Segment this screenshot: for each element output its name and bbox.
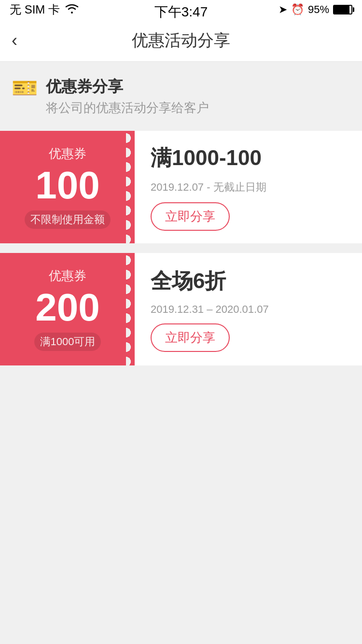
share-button-1[interactable]: 立即分享 xyxy=(151,202,230,231)
status-right: ➤ ⏰ 95% xyxy=(278,3,352,16)
coupon-condition-2: 满1000可用 xyxy=(34,333,101,351)
time-display: 下午3:47 xyxy=(154,3,208,21)
wifi-icon xyxy=(65,3,79,16)
coupon-left-2: 优惠券 200 满1000可用 xyxy=(0,253,135,365)
location-icon: ➤ xyxy=(278,3,287,16)
coupon-condition-1: 不限制使用金额 xyxy=(25,210,111,229)
coupon-right-2: 全场6折 2019.12.31 – 2020.01.07 立即分享 xyxy=(135,253,362,365)
coupon-type-1: 优惠券 xyxy=(49,145,86,162)
page-title: 优惠活动分享 xyxy=(132,29,230,52)
section-header: 🎫 优惠券分享 将公司的优惠活动分享给客户 xyxy=(0,62,362,126)
alarm-icon: ⏰ xyxy=(291,3,304,16)
coupon-amount-1: 100 xyxy=(35,166,99,205)
coupon-list: 优惠券 100 不限制使用金额 满1000-100 2019.12.07 - 无… xyxy=(0,126,362,365)
coupon-card-1: 优惠券 100 不限制使用金额 满1000-100 2019.12.07 - 无… xyxy=(0,131,362,243)
coupon-date-1: 2019.12.07 - 无截止日期 xyxy=(151,180,266,195)
coupon-right-1: 满1000-100 2019.12.07 - 无截止日期 立即分享 xyxy=(135,131,362,243)
section-title: 优惠券分享 xyxy=(46,76,209,98)
coupon-amount-2: 200 xyxy=(35,288,99,327)
coupon-title-1: 满1000-100 xyxy=(151,144,262,172)
section-text: 优惠券分享 将公司的优惠活动分享给客户 xyxy=(46,76,209,116)
section-icon: 🎫 xyxy=(12,77,38,98)
coupon-title-2: 全场6折 xyxy=(151,267,226,295)
coupon-date-2: 2019.12.31 – 2020.01.07 xyxy=(151,303,269,316)
battery-icon xyxy=(333,5,352,14)
section-subtitle: 将公司的优惠活动分享给客户 xyxy=(46,99,209,116)
carrier-text: 无 SIM 卡 xyxy=(10,2,60,17)
nav-bar: ‹ 优惠活动分享 xyxy=(0,19,362,62)
share-button-2[interactable]: 立即分享 xyxy=(151,323,230,352)
back-button[interactable]: ‹ xyxy=(12,30,17,51)
bottom-area xyxy=(0,375,362,616)
battery-percent: 95% xyxy=(308,3,329,16)
coupon-right-inner-2: 全场6折 2019.12.31 – 2020.01.07 立即分享 xyxy=(151,267,350,352)
coupon-card-2: 优惠券 200 满1000可用 全场6折 2019.12.31 – 2020.0… xyxy=(0,253,362,365)
status-left: 无 SIM 卡 xyxy=(10,2,79,17)
status-bar: 无 SIM 卡 下午3:47 ➤ ⏰ 95% xyxy=(0,0,362,19)
battery-fill xyxy=(334,6,349,14)
coupon-type-2: 优惠券 xyxy=(49,267,86,284)
coupon-left-1: 优惠券 100 不限制使用金额 xyxy=(0,131,135,243)
coupon-right-inner-1: 满1000-100 2019.12.07 - 无截止日期 立即分享 xyxy=(151,144,350,231)
